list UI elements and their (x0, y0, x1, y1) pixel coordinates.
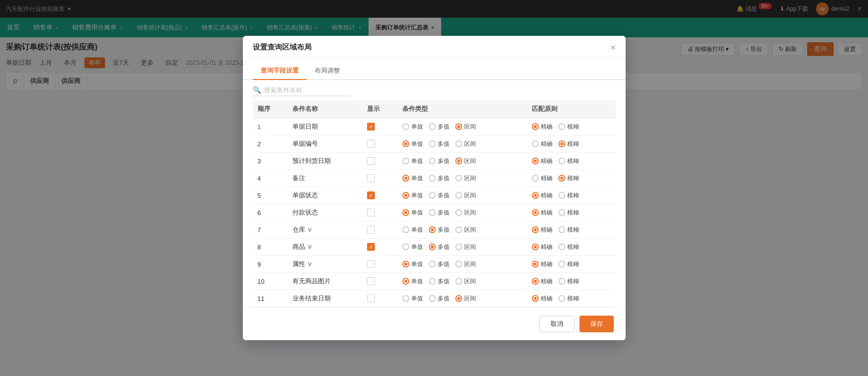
display-checkbox[interactable] (367, 174, 375, 182)
type-radio-多值[interactable]: 多值 (429, 157, 449, 165)
radio-circle (558, 278, 565, 285)
type-radio-区间[interactable]: 区间 (455, 295, 476, 303)
match-radio-模糊[interactable]: 模糊 (558, 157, 579, 165)
radio-label: 模糊 (567, 277, 579, 286)
type-radio-多值[interactable]: 多值 (429, 260, 449, 269)
display-checkbox[interactable] (367, 260, 375, 268)
display-checkbox[interactable] (367, 209, 375, 216)
display-checkbox[interactable] (367, 157, 375, 165)
match-radio-模糊[interactable]: 模糊 (558, 260, 579, 269)
type-radio-单值[interactable]: 单值 (402, 191, 423, 200)
match-radio-模糊[interactable]: 模糊 (558, 174, 579, 183)
radio-circle (558, 209, 565, 216)
display-checkbox[interactable] (367, 191, 375, 199)
tab-layout[interactable]: 布局调整 (307, 62, 348, 80)
search-input[interactable] (264, 86, 342, 94)
tab-query-fields[interactable]: 查询字段设置 (253, 62, 307, 80)
radio-circle (532, 261, 539, 268)
match-radio-模糊[interactable]: 模糊 (558, 243, 579, 251)
type-radio-单值[interactable]: 单值 (402, 140, 423, 148)
type-radio-区间[interactable]: 区间 (455, 209, 476, 217)
radio-circle (455, 226, 462, 233)
display-checkbox[interactable] (367, 123, 375, 131)
save-btn[interactable]: 保存 (579, 316, 614, 332)
match-radio-模糊[interactable]: 模糊 (558, 209, 579, 217)
display-checkbox[interactable] (367, 295, 375, 302)
cell-match: 精确模糊 (527, 135, 615, 153)
radio-label: 区间 (464, 191, 476, 200)
modal-tabs: 查询字段设置 布局调整 (243, 57, 626, 80)
radio-label: 多值 (438, 260, 449, 269)
type-radio-多值[interactable]: 多值 (429, 295, 449, 303)
type-radio-多值[interactable]: 多值 (429, 243, 449, 251)
cell-match: 精确模糊 (527, 290, 615, 307)
cell-type: 单值多值区间 (397, 187, 527, 204)
radio-circle (558, 295, 565, 302)
type-radio-区间[interactable]: 区间 (455, 191, 476, 200)
modal-header: 设置查询区域布局 × (243, 36, 626, 57)
display-checkbox[interactable] (367, 226, 375, 234)
cell-match: 精确模糊 (527, 187, 615, 204)
type-radio-单值[interactable]: 单值 (402, 243, 423, 251)
cell-name: 备注 (288, 170, 362, 187)
match-radio-模糊[interactable]: 模糊 (558, 123, 579, 131)
type-radio-区间[interactable]: 区间 (455, 123, 476, 131)
radio-circle (532, 158, 539, 164)
match-radio-模糊[interactable]: 模糊 (558, 140, 579, 148)
match-radio-模糊[interactable]: 模糊 (558, 226, 579, 234)
type-radio-单值[interactable]: 单值 (402, 123, 423, 131)
match-radio-精确[interactable]: 精确 (532, 226, 552, 234)
radio-label: 多值 (438, 191, 449, 200)
type-radio-多值[interactable]: 多值 (429, 209, 449, 217)
radio-label: 区间 (464, 277, 476, 286)
display-checkbox[interactable] (367, 140, 375, 148)
type-radio-多值[interactable]: 多值 (429, 226, 449, 234)
match-radio-精确[interactable]: 精确 (532, 277, 552, 286)
type-radio-区间[interactable]: 区间 (455, 260, 476, 269)
type-radio-区间[interactable]: 区间 (455, 157, 476, 165)
radio-label: 精确 (541, 123, 552, 131)
match-radio-精确[interactable]: 精确 (532, 157, 552, 165)
type-radio-单值[interactable]: 单值 (402, 157, 423, 165)
display-checkbox[interactable] (367, 277, 375, 285)
type-radio-区间[interactable]: 区间 (455, 140, 476, 148)
type-radio-单值[interactable]: 单值 (402, 174, 423, 183)
match-radio-精确[interactable]: 精确 (532, 140, 552, 148)
type-radio-多值[interactable]: 多值 (429, 140, 449, 148)
radio-label: 区间 (464, 260, 476, 269)
cancel-btn[interactable]: 取消 (539, 316, 575, 332)
type-radio-多值[interactable]: 多值 (429, 191, 449, 200)
cell-name: 属性 ∨ (288, 256, 362, 273)
type-radio-单值[interactable]: 单值 (402, 226, 423, 234)
match-radio-精确[interactable]: 精确 (532, 209, 552, 217)
type-radio-单值[interactable]: 单值 (402, 277, 423, 286)
type-radio-多值[interactable]: 多值 (429, 277, 449, 286)
radio-label: 精确 (541, 260, 552, 269)
match-radio-模糊[interactable]: 模糊 (558, 191, 579, 200)
match-radio-精确[interactable]: 精确 (532, 174, 552, 183)
radio-label: 多值 (438, 209, 449, 217)
display-checkbox[interactable] (367, 243, 375, 251)
type-radio-区间[interactable]: 区间 (455, 243, 476, 251)
type-radio-单值[interactable]: 单值 (402, 295, 423, 303)
type-radio-多值[interactable]: 多值 (429, 123, 449, 131)
match-radio-精确[interactable]: 精确 (532, 123, 552, 131)
match-radio-精确[interactable]: 精确 (532, 295, 552, 303)
modal-close-btn[interactable]: × (610, 43, 616, 52)
cell-type: 单值多值区间 (397, 153, 527, 170)
type-radio-区间[interactable]: 区间 (455, 174, 476, 183)
match-radio-模糊[interactable]: 模糊 (558, 295, 579, 303)
match-radio-模糊[interactable]: 模糊 (558, 277, 579, 286)
match-radio-精确[interactable]: 精确 (532, 191, 552, 200)
radio-circle (402, 158, 409, 164)
type-radio-单值[interactable]: 单值 (402, 209, 423, 217)
type-radio-区间[interactable]: 区间 (455, 226, 476, 234)
type-radio-区间[interactable]: 区间 (455, 277, 476, 286)
type-radio-单值[interactable]: 单值 (402, 260, 423, 269)
type-radio-多值[interactable]: 多值 (429, 174, 449, 183)
radio-circle (402, 278, 409, 285)
match-radio-精确[interactable]: 精确 (532, 243, 552, 251)
radio-circle (402, 295, 409, 302)
match-radio-精确[interactable]: 精确 (532, 260, 552, 269)
cell-order: 2 (253, 135, 288, 153)
